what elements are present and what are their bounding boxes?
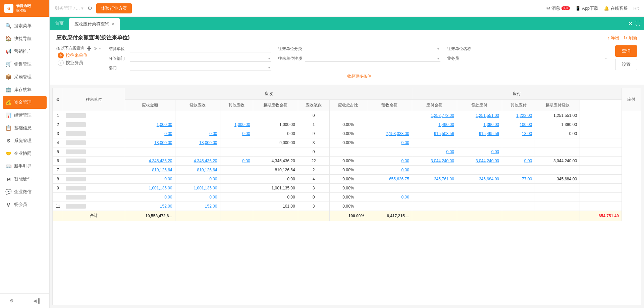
partner-type-select[interactable]: ▾	[305, 46, 441, 52]
export-button[interactable]: ↑ 导出	[607, 35, 620, 41]
ar-other-cell[interactable]	[220, 138, 253, 147]
ap-other-cell[interactable]	[502, 138, 535, 147]
ap-loan-cell[interactable]: 1,390.00	[457, 120, 502, 129]
scheme-option-partner[interactable]: ⊙ 按往来单位	[56, 52, 103, 58]
sidebar-item-guide[interactable]: 📖 新手引导	[0, 160, 49, 173]
prepaid-cell[interactable]: 655,636.75	[367, 175, 412, 184]
tab-home[interactable]: 首页	[50, 17, 69, 30]
prepaid-cell[interactable]: 0.00	[367, 138, 412, 147]
sidebar-item-wechat[interactable]: 💬 企业微信	[0, 185, 49, 198]
prepaid-cell[interactable]	[367, 202, 412, 211]
sidebar-item-search[interactable]: 🔍 搜索菜单	[0, 19, 49, 32]
ar-amount-cell[interactable]: 1,000.00	[125, 120, 175, 129]
sidebar-item-basic[interactable]: 📋 基础信息	[0, 122, 49, 134]
app-download-button[interactable]: 📱 App下载	[575, 5, 598, 11]
ar-loan-cell[interactable]: 0.00	[175, 129, 220, 138]
promo-button[interactable]: 体验行业方案	[96, 3, 132, 13]
footer-collapse-button[interactable]: ◀▐	[30, 296, 43, 305]
maximize-button[interactable]: ⛶	[635, 20, 641, 27]
ap-loan-cell[interactable]: 1,251,551.00	[457, 111, 502, 120]
tab-balance[interactable]: 应收应付余额查询 ✕	[69, 18, 120, 30]
sidebar-item-quicknav[interactable]: 🏠 快捷导航	[0, 32, 49, 45]
ar-amount-cell[interactable]	[125, 147, 175, 157]
scheme-option-salesman[interactable]: ○ 按业务员	[56, 60, 103, 66]
ap-other-cell[interactable]: 0.00	[502, 157, 535, 166]
ap-other-cell[interactable]	[502, 166, 535, 175]
ar-loan-cell[interactable]: 152.00	[175, 202, 220, 211]
ar-loan-cell[interactable]	[175, 111, 220, 120]
collapse-button[interactable]: 收起更多条件	[347, 74, 371, 79]
ar-amount-cell[interactable]: 4,345,436.20	[125, 157, 175, 166]
ap-other-cell[interactable]: 1,222.00	[502, 111, 535, 120]
ar-loan-cell[interactable]	[175, 120, 220, 129]
ap-loan-cell[interactable]: 915,495.56	[457, 129, 502, 138]
scheme-collapse-button[interactable]: «	[99, 46, 101, 51]
settings-gear-button[interactable]: ⚙	[88, 5, 92, 11]
ap-loan-cell[interactable]: 3,044,240.00	[457, 157, 502, 166]
ar-other-cell[interactable]	[220, 202, 253, 211]
ar-other-cell[interactable]	[220, 166, 253, 175]
ap-loan-cell[interactable]	[457, 138, 502, 147]
sidebar-item-purchase[interactable]: 📦 采购管理	[0, 71, 49, 83]
prepaid-cell[interactable]	[367, 184, 412, 193]
table-settings-button[interactable]: 设置	[615, 59, 637, 70]
ar-amount-cell[interactable]: 1,001,135.00	[125, 184, 175, 193]
ar-other-cell[interactable]	[220, 147, 253, 157]
ar-amount-cell[interactable]: 0.00	[125, 129, 175, 138]
ap-amount-cell[interactable]: 3,044,240.00	[412, 157, 457, 166]
ap-amount-cell[interactable]: 915,508.56	[412, 129, 457, 138]
ar-amount-cell[interactable]: 18,000.00	[125, 138, 175, 147]
ar-loan-cell[interactable]: 1,001,135.00	[175, 184, 220, 193]
ap-loan-cell[interactable]: 0.00	[457, 147, 502, 157]
ar-loan-cell[interactable]: 810,126.64	[175, 166, 220, 175]
scheme-settings-button[interactable]: ⊙	[94, 46, 97, 51]
ar-loan-cell[interactable]: 4,345,436.20	[175, 157, 220, 166]
ap-other-cell[interactable]	[502, 147, 535, 157]
ar-amount-cell[interactable]	[125, 111, 175, 120]
ar-other-cell[interactable]: 1,000.00	[220, 120, 253, 129]
sidebar-item-marketing[interactable]: 📢 营销推广	[0, 45, 49, 58]
prepaid-cell[interactable]	[367, 120, 412, 129]
add-scheme-button[interactable]: ➕	[87, 46, 92, 51]
ar-amount-cell[interactable]: 0.00	[125, 175, 175, 184]
ap-other-cell[interactable]: 100.00	[502, 120, 535, 129]
partner-nature-select[interactable]: ▾	[305, 56, 441, 62]
online-service-button[interactable]: 🔔 在线客服	[604, 5, 628, 11]
ap-amount-cell[interactable]	[412, 166, 457, 175]
sidebar-item-finance[interactable]: 💰 资金管理	[3, 96, 47, 109]
ap-amount-cell[interactable]: 1,252,773.00	[412, 111, 457, 120]
ap-other-cell[interactable]	[502, 184, 535, 193]
ar-other-cell[interactable]	[220, 193, 253, 202]
ar-loan-cell[interactable]: 0.00	[175, 175, 220, 184]
table-settings-header[interactable]: ⚙	[53, 88, 63, 111]
prepaid-cell[interactable]: 0.00	[367, 166, 412, 175]
sidebar-item-sales[interactable]: 🛒 销售管理	[0, 58, 49, 71]
message-button[interactable]: ✉ 消息 99+	[546, 5, 570, 11]
ap-amount-cell[interactable]	[412, 193, 457, 202]
prepaid-cell[interactable]: 2,153,333.00	[367, 129, 412, 138]
sidebar-item-operations[interactable]: 📊 经营管理	[0, 109, 49, 122]
sidebar-item-member[interactable]: V 畅会员	[0, 198, 49, 211]
ar-other-cell[interactable]	[220, 175, 253, 184]
ap-loan-cell[interactable]: 345,684.00	[457, 175, 502, 184]
ap-loan-cell[interactable]	[457, 193, 502, 202]
ar-other-cell[interactable]	[220, 184, 253, 193]
salesperson-input[interactable]: ···	[468, 55, 610, 62]
ap-amount-cell[interactable]	[412, 184, 457, 193]
tab-close-button[interactable]: ✕	[111, 22, 114, 27]
ap-other-cell[interactable]	[502, 193, 535, 202]
prepaid-cell[interactable]: 0.00	[367, 193, 412, 202]
dept-charge-select[interactable]: ▾	[130, 56, 271, 62]
close-window-button[interactable]: ✕	[628, 20, 633, 27]
ar-amount-cell[interactable]: 0.00	[125, 193, 175, 202]
ar-amount-cell[interactable]: 810,126.64	[125, 166, 175, 175]
ap-other-cell[interactable]: 77.00	[502, 175, 535, 184]
query-button[interactable]: 查询	[615, 45, 637, 57]
refresh-button[interactable]: ↻ 刷新	[624, 35, 637, 41]
ap-amount-cell[interactable]: 0.00	[412, 147, 457, 157]
ap-amount-cell[interactable]	[412, 138, 457, 147]
ar-loan-cell[interactable]: 18,000.00	[175, 138, 220, 147]
ap-other-cell[interactable]	[502, 202, 535, 211]
ar-loan-cell[interactable]	[175, 147, 220, 157]
ar-loan-cell[interactable]: 0.00	[175, 193, 220, 202]
